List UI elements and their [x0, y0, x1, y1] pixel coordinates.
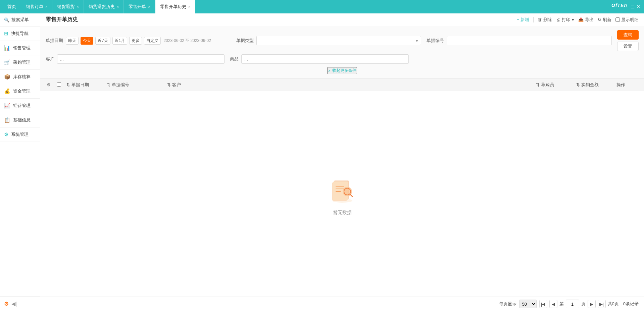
- th-date[interactable]: ⇅ 单据日期: [64, 82, 104, 88]
- customer-field: 客户 ...: [46, 54, 225, 64]
- goods-field: 商品 ...: [230, 54, 409, 64]
- number-field: 单据编号: [427, 36, 612, 45]
- goods-label: 商品: [230, 56, 239, 62]
- customer-input[interactable]: ...: [57, 54, 225, 64]
- close-icon[interactable]: ×: [188, 5, 190, 9]
- navigation-icon: ⊞: [4, 31, 8, 37]
- search-icon: 🔍: [4, 17, 9, 22]
- tab-sales-order[interactable]: 销售订单 ×: [21, 0, 52, 13]
- tab-bar: 首页 销售订单 × 销货退货 × 销货退货历史 × 零售开单 × 零售开单历史 …: [0, 0, 644, 13]
- date-custom[interactable]: 自定义: [144, 37, 161, 45]
- settings-button[interactable]: 设置: [617, 42, 639, 51]
- sidebar-item-purchase[interactable]: 🛒 采购管理: [0, 55, 40, 70]
- empty-state: 暂无数据: [326, 172, 359, 216]
- date-group: 昨天 今天 近7天 近1月 更多 自定义: [66, 37, 161, 45]
- close-icon[interactable]: ×: [148, 5, 150, 9]
- tab-retail-order[interactable]: 零售开单 ×: [124, 0, 155, 13]
- number-input[interactable]: [447, 36, 612, 45]
- date-more[interactable]: 更多: [129, 37, 142, 45]
- export-button[interactable]: 📤 导出: [578, 17, 594, 23]
- search-row-2: 客户 ... 商品 ...: [46, 54, 639, 64]
- date-field: 单据日期 昨天 今天 近7天 近1月 更多 自定义 2023-06-02 至 2…: [46, 37, 231, 45]
- sidebar-bottom: ⚙ ◀|: [0, 296, 40, 311]
- delete-icon: 🗑: [538, 17, 542, 22]
- management-icon: 📈: [4, 103, 10, 109]
- page-input[interactable]: [566, 300, 579, 308]
- sidebar-item-sales[interactable]: 📊 销售管理: [0, 41, 40, 55]
- tab-return-history[interactable]: 销货退货历史 ×: [84, 0, 124, 13]
- table-area: ⚙ ⇅ 单据日期 ⇅ 单据编号 ⇅ 客户 ⇅ 导购员: [40, 79, 644, 297]
- display-detail-toggle[interactable]: 显示明细: [615, 17, 639, 23]
- refresh-icon: ↻: [598, 17, 601, 22]
- date-today[interactable]: 今天: [81, 37, 93, 45]
- tab-home[interactable]: 首页: [3, 0, 21, 13]
- th-guide[interactable]: ⇅ 导购员: [533, 82, 574, 88]
- delete-button[interactable]: 🗑 删除: [538, 17, 552, 23]
- toolbar: + 新增 🗑 删除 🖨 打印 ▾ 📤 导出 ↻ 刷新: [517, 17, 639, 23]
- divider: [533, 17, 534, 22]
- search-row-1: 单据日期 昨天 今天 近7天 近1月 更多 自定义 2023-06-02 至 2…: [46, 30, 639, 51]
- column-settings-btn[interactable]: ⚙: [44, 82, 54, 87]
- table-header: ⚙ ⇅ 单据日期 ⇅ 单据编号 ⇅ 客户 ⇅ 导购员: [40, 79, 644, 91]
- print-button[interactable]: 🖨 打印 ▾: [556, 17, 574, 23]
- page-suffix: 页: [581, 301, 586, 307]
- search-area: 单据日期 昨天 今天 近7天 近1月 更多 自定义 2023-06-02 至 2…: [40, 26, 644, 79]
- sidebar: 🔍 搜索采单 ⊞ 快捷导航 📊 销售管理 🛒 采购管理 📦 库存核算 💰 资金管…: [0, 13, 40, 311]
- maximize-btn[interactable]: □: [631, 4, 634, 10]
- query-button[interactable]: 查询: [617, 30, 639, 40]
- sidebar-item-basic-info[interactable]: 📋 基础信息: [0, 113, 40, 127]
- settings-icon[interactable]: ⚙: [4, 301, 9, 307]
- customer-label: 客户: [46, 56, 54, 62]
- collapse-button[interactable]: ∧ 收起更多条件: [327, 67, 357, 74]
- finance-icon: 💰: [4, 88, 10, 94]
- new-button[interactable]: + 新增: [517, 17, 529, 23]
- sidebar-item-inventory[interactable]: 📦 库存核算: [0, 70, 40, 84]
- print-icon: 🖨: [556, 17, 560, 22]
- sidebar-collapse-icon[interactable]: ◀|: [11, 301, 17, 307]
- sidebar-search[interactable]: 🔍 搜索采单: [0, 13, 40, 27]
- per-page-select[interactable]: 50 100 200: [519, 300, 537, 308]
- sidebar-item-management[interactable]: 📈 经营管理: [0, 99, 40, 113]
- page-header: 零售开单历史 + 新增 🗑 删除 🖨 打印 ▾ 📤 导出 ↻: [40, 13, 644, 26]
- refresh-button[interactable]: ↻ 刷新: [598, 17, 611, 23]
- number-label: 单据编号: [427, 38, 444, 44]
- print-arrow-icon: ▾: [572, 17, 574, 22]
- sort-icon: ⇅: [107, 82, 110, 87]
- th-number[interactable]: ⇅ 单据编号: [104, 82, 164, 88]
- prev-page-btn[interactable]: ◀: [549, 300, 557, 308]
- inventory-icon: 📦: [4, 74, 10, 80]
- page-title: 零售开单历史: [46, 16, 78, 23]
- sort-icon: ⇅: [576, 82, 580, 87]
- table-body: 暂无数据: [40, 91, 644, 297]
- main-content: 零售开单历史 + 新增 🗑 删除 🖨 打印 ▾ 📤 导出 ↻: [40, 13, 644, 311]
- close-icon[interactable]: ×: [45, 5, 47, 9]
- th-amount[interactable]: ⇅ 实销金额: [574, 82, 614, 88]
- first-page-btn[interactable]: |◀: [539, 300, 547, 308]
- th-customer[interactable]: ⇅ 客户: [164, 82, 533, 88]
- checkbox-all[interactable]: [57, 82, 61, 87]
- sidebar-item-navigation[interactable]: ⊞ 快捷导航: [0, 27, 40, 41]
- dropdown-icon: ▾: [416, 38, 418, 43]
- next-page-btn[interactable]: ▶: [588, 300, 596, 308]
- select-all-checkbox[interactable]: [54, 82, 64, 88]
- goods-input[interactable]: ...: [241, 54, 409, 64]
- close-btn[interactable]: ×: [637, 4, 640, 10]
- sort-icon: ⇅: [66, 82, 70, 87]
- close-icon[interactable]: ×: [77, 5, 79, 9]
- per-page-label: 每页显示: [499, 301, 516, 307]
- type-select[interactable]: ▾: [256, 36, 422, 45]
- last-page-btn[interactable]: ▶|: [598, 300, 606, 308]
- date-7days[interactable]: 近7天: [95, 37, 110, 45]
- tab-return[interactable]: 销货退货 ×: [52, 0, 84, 13]
- date-1month[interactable]: 近1月: [112, 37, 128, 45]
- sidebar-item-finance[interactable]: 💰 资金管理: [0, 84, 40, 99]
- display-checkbox[interactable]: [615, 17, 620, 22]
- sort-icon: ⇅: [167, 82, 171, 87]
- close-icon[interactable]: ×: [117, 5, 119, 9]
- date-label: 单据日期: [46, 38, 63, 44]
- sales-icon: 📊: [4, 45, 10, 51]
- export-icon: 📤: [578, 17, 584, 22]
- date-yesterday[interactable]: 昨天: [66, 37, 79, 45]
- tab-retail-history[interactable]: 零售开单历史 ×: [155, 0, 195, 13]
- sidebar-item-system[interactable]: ⚙ 系统管理: [0, 127, 40, 142]
